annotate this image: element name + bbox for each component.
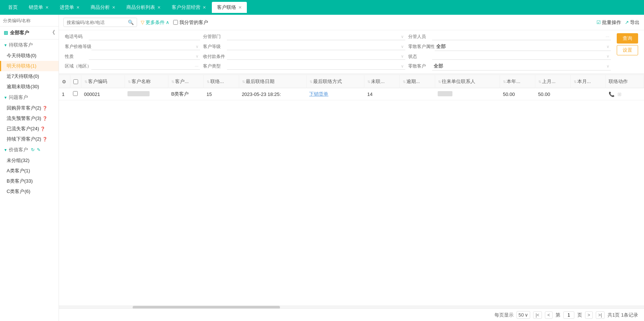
refresh-icon[interactable]: ↻ (31, 147, 35, 152)
sidebar-item-class-c[interactable]: C类客户(6) (0, 186, 59, 197)
select-all-checkbox[interactable] (73, 79, 78, 84)
edit-icon[interactable]: ✎ (37, 147, 41, 152)
th-customer-type[interactable]: ⇅ 客户... (168, 75, 204, 88)
price-level-select[interactable]: ∨ (91, 44, 200, 50)
th-contact-person[interactable]: ⇅ 往来单位联系人 (435, 75, 500, 88)
per-page-select[interactable]: 50 ∨ (517, 311, 530, 319)
retail-customer-select[interactable]: 全部 ∨ (432, 62, 611, 70)
action-more-icon[interactable]: ⊞ (617, 92, 622, 97)
nav-sales-order[interactable]: 销货单 ✕ (24, 2, 54, 13)
my-customers-filter[interactable]: 我分管的客户 (173, 19, 208, 26)
nav-customer-seg-close[interactable]: ✕ (203, 5, 206, 10)
th-contact-count[interactable]: ⇅ 联络... (203, 75, 239, 88)
status-select[interactable]: ∨ (432, 53, 611, 60)
sort-icon-last-month: ⇅ (538, 80, 541, 84)
payment-select[interactable]: ∨ (227, 53, 406, 60)
sidebar-item-churn-warning[interactable]: 流失预警客户(3) ❓ (0, 113, 59, 124)
search-icon[interactable]: 🔍 (128, 20, 134, 25)
row-contact-count: 15 (203, 88, 239, 100)
th-last-contact-date[interactable]: ⇅ 最后联络日期 (239, 75, 306, 88)
retail-customer-chevron: ∨ (606, 64, 609, 69)
th-this-month[interactable]: ⇅ 本月... (570, 75, 606, 88)
sidebar-item-class-b[interactable]: B类客户(33) (0, 176, 59, 186)
nav-customer-contact[interactable]: 客户联络 ✕ (212, 2, 247, 13)
sidebar-item-class-a[interactable]: A类客户(1) (0, 166, 59, 176)
sidebar-all-customers[interactable]: ⊞ 全部客户 《 (0, 27, 59, 39)
settings-icon[interactable]: ⚙ (62, 79, 66, 84)
nav-product-analysis-close[interactable]: ✕ (112, 5, 115, 10)
last-contact-method-header: 最后联络方式 (313, 78, 342, 85)
person-select[interactable]: ··· (432, 33, 611, 40)
nav-customer-segmentation[interactable]: 客户分层经营 ✕ (167, 2, 211, 13)
first-page-btn[interactable]: |< (533, 311, 542, 319)
my-customers-checkbox[interactable] (173, 20, 178, 25)
th-checkbox[interactable] (70, 75, 81, 88)
row-checkbox[interactable] (73, 91, 78, 96)
region-select[interactable]: ··· (91, 63, 200, 70)
search-input[interactable] (67, 20, 126, 25)
th-last-month[interactable]: ⇅ 上月... (535, 75, 571, 88)
region-ellipsis[interactable]: ··· (195, 63, 198, 69)
sidebar-item-overdue[interactable]: 逾期未联络(30) (0, 82, 59, 92)
sidebar-search-input[interactable] (3, 18, 58, 23)
sidebar-item-declining[interactable]: 持续下滑客户(2) ❓ (0, 134, 59, 144)
row-checkbox-cell[interactable] (70, 88, 81, 100)
nav-product-analysis-list[interactable]: 商品分析列表 ✕ (121, 2, 166, 13)
region-label: 区域（地区） (65, 63, 91, 69)
row-last-contact-date: 2023-05-23 18:25: (239, 88, 306, 100)
sidebar-group-value: ▼ 价值客户 ↻ ✎ (0, 144, 59, 155)
price-level-chevron: ∨ (196, 44, 199, 49)
th-this-year[interactable]: ⇅ 本年... (500, 75, 535, 88)
nav-sales-close[interactable]: ✕ (45, 5, 49, 10)
sidebar-item-ungrouped[interactable]: 未分组(32) (0, 155, 59, 166)
nav-purchase-order[interactable]: 进货单 ✕ (55, 2, 85, 13)
sort-icon: ⇅ (84, 80, 87, 84)
customer-level-select[interactable]: ∨ (227, 44, 406, 50)
th-customer-code[interactable]: ⇅ 客户编码 (81, 75, 125, 88)
th-last-contact-method[interactable]: ⇅ 最后联络方式 (306, 75, 364, 88)
th-settings[interactable]: ⚙ (59, 75, 70, 88)
class-a-label: A类客户(1) (7, 168, 30, 174)
query-button[interactable]: 查询 (617, 33, 638, 44)
nav-product-list-close[interactable]: ✕ (157, 5, 161, 10)
collapse-icon[interactable]: 《 (50, 30, 55, 36)
person-ellipsis[interactable]: ··· (606, 34, 609, 39)
prev-page-btn[interactable]: < (545, 311, 553, 319)
per-page-label: 每页显示 (494, 312, 514, 318)
dept-select[interactable]: ∨ (227, 34, 406, 40)
batch-operations-btn[interactable]: ☑ 批量操作 (596, 19, 621, 26)
page-input[interactable] (563, 311, 574, 319)
th-uncontacted[interactable]: ⇅ 未联... (364, 75, 400, 88)
nav-customer-contact-close[interactable]: ✕ (238, 5, 242, 10)
customer-type-select[interactable]: ∨ (227, 63, 406, 70)
nav-home[interactable]: 首页 (3, 2, 23, 13)
sidebar-item-7days[interactable]: 近7天待联络(0) (0, 71, 59, 82)
setting-button[interactable]: 设置 (617, 45, 638, 55)
row-last-contact-method[interactable]: 下销货单 (306, 88, 364, 100)
row-last-month: 50.00 (535, 88, 571, 100)
sidebar-item-repurchase-anomaly[interactable]: 回购异常客户(2) ❓ (0, 103, 59, 113)
sort-icon-overdue: ⇅ (403, 80, 406, 84)
nav-product-analysis[interactable]: 商品分析 ✕ (85, 2, 120, 13)
export-btn[interactable]: ↗ 导出 (625, 19, 640, 26)
horizontal-scrollbar[interactable] (59, 306, 644, 308)
retail-attr-select[interactable]: 全部 ∨ (435, 42, 611, 51)
sort-icon-method: ⇅ (309, 80, 312, 84)
last-page-btn[interactable]: >| (596, 311, 605, 319)
sidebar-item-today[interactable]: 今天待联络(0) (0, 51, 59, 61)
next-page-btn[interactable]: > (585, 311, 593, 319)
batch-check-icon: ☑ (596, 20, 601, 25)
th-customer-name[interactable]: ⇅ 客户名称 (125, 75, 168, 88)
total-records: 共1页 1条记录 (608, 312, 638, 318)
nature-select[interactable]: ∨ (89, 53, 200, 60)
nav-purchase-close[interactable]: ✕ (76, 5, 80, 10)
adv-field-nature: 性质 ∨ (65, 53, 200, 60)
contact-method-link[interactable]: 下销货单 (309, 91, 328, 97)
more-filter-btn[interactable]: ▽ 更多条件 ∧ (141, 19, 169, 26)
sort-icon-name: ⇅ (128, 80, 131, 84)
action-phone-icon[interactable]: 📞 (609, 92, 615, 97)
sidebar-item-churned[interactable]: 已流失客户(24) ❓ (0, 124, 59, 134)
th-overdue[interactable]: ⇅ 逾期... (399, 75, 435, 88)
phone-input[interactable] (89, 33, 200, 40)
sidebar-item-tomorrow[interactable]: 明天待联络(1) (0, 61, 59, 71)
